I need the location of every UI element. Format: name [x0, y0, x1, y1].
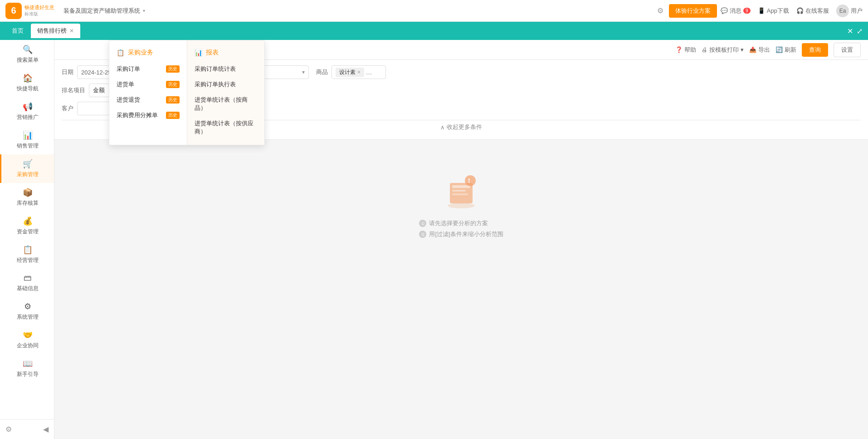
- sidebar-item-enterprise[interactable]: 🤝 企业协同: [0, 326, 54, 354]
- purchase-dropdown-menu: 📋 采购业务 采购订单 历史 进货单 历史 进货退货 历史 采购费用分摊单: [109, 40, 265, 145]
- sidebar-label-enterprise: 企业协同: [17, 342, 39, 350]
- message-btn[interactable]: 💬 消息 9: [721, 7, 751, 15]
- system-title-text[interactable]: 装备及固定资产辅助管理系统: [63, 7, 140, 15]
- help-btn[interactable]: ❓ 帮助: [675, 46, 696, 54]
- sidebar-item-operations[interactable]: 📋 经营管理: [0, 240, 54, 269]
- user-btn[interactable]: Ea 用户: [836, 5, 863, 17]
- print-icon: 🖨: [702, 46, 707, 53]
- goods-label: 商品: [316, 68, 328, 76]
- date-label: 日期: [62, 68, 73, 76]
- avatar: Ea: [836, 5, 849, 17]
- empty-illustration: !: [439, 167, 484, 212]
- svg-rect-4: [452, 193, 468, 195]
- settings-bottom-icon[interactable]: ⚙: [4, 423, 14, 435]
- tab-sales-ranking[interactable]: 销售排行榜 ✕: [31, 24, 80, 38]
- sidebar-item-quick-nav[interactable]: 🏠 快捷导航: [0, 69, 54, 97]
- logo-icon: 6: [5, 3, 22, 19]
- goods-more-btn[interactable]: ...: [366, 68, 372, 76]
- sidebar-item-finance[interactable]: 💰 资金管理: [0, 212, 54, 240]
- svg-text:!: !: [468, 177, 470, 184]
- print-btn[interactable]: 🖨 按模板打印 ▾: [702, 46, 744, 54]
- inbound-badge: 历史: [166, 81, 180, 88]
- sidebar-item-system-mgmt[interactable]: ⚙ 系统管理: [0, 297, 54, 326]
- help-label: 帮助: [684, 46, 696, 54]
- inventory-icon: 📦: [23, 187, 33, 197]
- purchase-business-header: 📋 采购业务: [109, 46, 187, 61]
- inbound-stats-goods-label: 进货单统计表（按商品）: [195, 96, 258, 112]
- svg-point-0: [448, 203, 475, 208]
- menu-item-purchase-order[interactable]: 采购订单 历史: [109, 61, 187, 77]
- return-badge: 历史: [166, 96, 180, 104]
- goods-tag: 设计素 ×: [336, 68, 364, 77]
- purchase-order-badge: 历史: [166, 65, 180, 73]
- sidebar-item-basic-info[interactable]: 🗃 基础信息: [0, 269, 54, 297]
- empty-hint-2: 用[过滤]条件来缩小分析范围: [419, 229, 503, 240]
- report-title: 报表: [206, 49, 219, 57]
- query-button[interactable]: 查询: [802, 43, 828, 57]
- menu-item-po-exec[interactable]: 采购订单执行表: [187, 77, 265, 92]
- cost-allocation-badge: 历史: [166, 112, 180, 119]
- menu-item-inbound[interactable]: 进货单 历史: [109, 77, 187, 92]
- industry-button[interactable]: 体验行业方案: [669, 4, 717, 18]
- system-title: 装备及固定资产辅助管理系统 ▾: [63, 7, 652, 15]
- report-icon: 📊: [195, 49, 202, 56]
- gear-icon[interactable]: ⚙: [655, 5, 665, 17]
- menu-item-return[interactable]: 进货退货 历史: [109, 92, 187, 108]
- goods-tag-close-icon[interactable]: ×: [357, 69, 361, 75]
- sidebar-label-system: 系统管理: [17, 313, 39, 321]
- export-btn[interactable]: 📤 导出: [749, 46, 770, 54]
- operations-icon: 📋: [23, 245, 33, 255]
- online-service-btn[interactable]: 🎧 在线客服: [796, 7, 829, 15]
- help-icon: ❓: [675, 46, 683, 53]
- purchase-icon: 🛒: [23, 159, 33, 169]
- tab-home-label: 首页: [12, 27, 24, 35]
- sales-icon: 📊: [23, 130, 33, 140]
- app-label: App下载: [767, 7, 789, 15]
- logo-area: 6 畅捷通好生意 标准版: [5, 3, 60, 19]
- rank-label: 排名项目: [62, 86, 85, 94]
- sidebar-item-inventory[interactable]: 📦 库存核算: [0, 183, 54, 212]
- export-icon: 📤: [749, 46, 756, 53]
- menu-item-inbound-stats-supplier[interactable]: 进货单统计表（按供应商）: [187, 116, 265, 139]
- menu-item-cost-allocation[interactable]: 采购费用分摊单 历史: [109, 108, 187, 123]
- message-icon: 💬: [721, 7, 728, 14]
- collapse-label: 收起更多条件: [447, 123, 482, 131]
- tabbar-right-controls: ✕ ⤢: [847, 27, 863, 35]
- content-area: 📋 采购业务 采购订单 历史 进货单 历史 进货退货 历史 采购费用分摊单: [54, 40, 868, 439]
- refresh-icon: 🔄: [775, 46, 783, 53]
- print-dropdown-icon: ▾: [741, 46, 744, 53]
- sidebar-item-marketing[interactable]: 📢 营销推广: [0, 97, 54, 126]
- refresh-btn[interactable]: 🔄 刷新: [775, 46, 796, 54]
- top-bar: 6 畅捷通好生意 标准版 装备及固定资产辅助管理系统 ▾ ⚙ 体验行业方案 💬 …: [0, 0, 868, 22]
- purchase-business-section: 📋 采购业务 采购订单 历史 进货单 历史 进货退货 历史 采购费用分摊单: [109, 40, 187, 145]
- sidebar-label-marketing: 营销推广: [17, 113, 39, 121]
- tab-home[interactable]: 首页: [5, 24, 30, 38]
- main-layout: 🔍 搜索菜单 🏠 快捷导航 📢 营销推广 📊 销售管理 🛒 采购管理 📦 库存核…: [0, 40, 868, 439]
- message-label: 消息: [730, 7, 741, 15]
- sidebar-label-basicinfo: 基础信息: [17, 285, 39, 292]
- po-stats-label: 采购订单统计表: [195, 65, 236, 73]
- dropdown-arrow-icon[interactable]: ▾: [143, 8, 145, 13]
- sidebar-item-sales-mgmt[interactable]: 📊 销售管理: [0, 126, 54, 154]
- inbound-stats-supplier-label: 进货单统计表（按供应商）: [195, 119, 258, 136]
- home-icon: 🏠: [23, 73, 33, 83]
- sidebar-item-guide[interactable]: 📖 新手引导: [0, 354, 54, 383]
- marketing-icon: 📢: [23, 102, 33, 112]
- sidebar-item-search-menu[interactable]: 🔍 搜索菜单: [0, 40, 54, 69]
- svg-point-5: [465, 175, 476, 186]
- tab-close-icon[interactable]: ✕: [69, 28, 74, 34]
- expand-icon[interactable]: ⤢: [857, 27, 863, 35]
- collapse-sidebar-icon[interactable]: ◀: [41, 423, 50, 435]
- sidebar-item-purchase-mgmt[interactable]: 🛒 采购管理: [0, 154, 54, 183]
- goods-tag-text: 设计素: [339, 69, 356, 76]
- sidebar-label-search: 搜索菜单: [17, 56, 39, 64]
- po-exec-label: 采购订单执行表: [195, 80, 236, 89]
- menu-item-inbound-stats-goods[interactable]: 进货单统计表（按商品）: [187, 92, 265, 116]
- app-download-btn[interactable]: 📱 App下载: [758, 7, 789, 15]
- settings-button[interactable]: 设置: [834, 43, 861, 57]
- purchase-business-title: 采购业务: [128, 49, 153, 57]
- close-tab-icon[interactable]: ✕: [847, 27, 853, 35]
- sidebar-label-inventory: 库存核算: [17, 199, 39, 207]
- purchase-business-icon: 📋: [117, 49, 124, 56]
- menu-item-po-stats[interactable]: 采购订单统计表: [187, 61, 265, 77]
